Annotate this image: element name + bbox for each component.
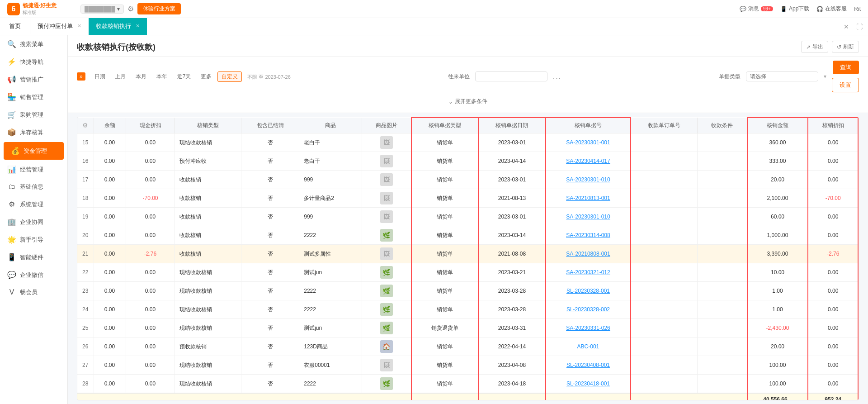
pill-this-year[interactable]: 本年: [152, 71, 171, 82]
cell-receipt-order-no: [631, 282, 698, 300]
app-badge: 标准版: [23, 10, 57, 16]
receipt-type-select[interactable]: 请选择: [746, 71, 818, 81]
cell-cash-discount: 0.00: [126, 226, 175, 245]
cell-goods-image: 🌿: [362, 263, 411, 282]
cell-balance: 0.00: [94, 319, 126, 337]
industry-btn[interactable]: 休验行业方案: [137, 3, 181, 14]
online-service-btn[interactable]: 🎧 在线客服: [816, 5, 847, 13]
cell-include-settled: 否: [241, 356, 299, 375]
cell-writeoff-no[interactable]: SL-20230408-001: [546, 356, 631, 375]
sidebar-item-quicknav[interactable]: ⚡ 快捷导航: [0, 53, 67, 71]
expand-more-btn[interactable]: ⌄ 展开更多条件: [448, 96, 487, 107]
user-name[interactable]: Rit: [854, 6, 861, 12]
sidebar-item-guide[interactable]: 🌟 新手引导: [0, 231, 67, 248]
cell-goods: 老白干: [299, 152, 362, 171]
chevron-down-icon: ⌄: [448, 99, 453, 105]
cell-writeoff-type: 现结收款核销: [175, 282, 241, 300]
sidebar-item-basic[interactable]: 🗂 基础信息: [0, 178, 67, 195]
cell-balance: 0.00: [94, 208, 126, 226]
cell-writeoff-no[interactable]: SL-20230328-001: [546, 282, 631, 300]
cell-writeoff-no[interactable]: SA-20230301-010: [546, 208, 631, 226]
prepay-close-icon[interactable]: ✕: [77, 23, 81, 29]
tab-prepay[interactable]: 预付冲应付单 ✕: [30, 18, 89, 35]
cell-writeoff-no[interactable]: SA-20230301-001: [546, 133, 631, 152]
pill-last-month[interactable]: 上月: [111, 71, 130, 82]
sidebar-item-inventory[interactable]: 📦 库存核算: [0, 124, 67, 141]
cell-cash-discount: 0.00: [126, 152, 175, 171]
inventory-icon: 📦: [7, 128, 16, 137]
th-settings[interactable]: ⚙: [77, 118, 94, 133]
column-settings-icon[interactable]: ⚙: [82, 122, 88, 129]
cell-writeoff-discount: 0.00: [808, 300, 858, 319]
th-writeoff-receipt-type: 核销单据类型: [411, 118, 478, 133]
sidebar-item-business[interactable]: 📊 经营管理: [0, 161, 67, 178]
refresh-btn[interactable]: ↺ 刷新: [832, 41, 859, 53]
sidebar-item-hardware[interactable]: 📱 智能硬件: [0, 248, 67, 266]
tab-close-all-icon[interactable]: ✕: [842, 23, 851, 30]
cell-writeoff-amount: -2,430.00: [747, 319, 808, 337]
tab-home[interactable]: 首页: [0, 18, 30, 35]
cell-writeoff-amount: 2,100.00: [747, 189, 808, 208]
sidebar-item-system[interactable]: ⚙ 系统管理: [0, 195, 67, 213]
refresh-icon: ↺: [837, 44, 841, 50]
sidebar-item-purchase[interactable]: 🛒 采购管理: [0, 106, 67, 124]
app-download-btn[interactable]: 📱 App下载: [780, 5, 809, 13]
query-btn[interactable]: 查询: [833, 61, 859, 74]
settings-btn[interactable]: 设置: [832, 78, 859, 92]
cell-writeoff-no[interactable]: SA-20210813-001: [546, 189, 631, 208]
cell-writeoff-no[interactable]: SA-20230301-010: [546, 171, 631, 189]
basic-icon: 🗂: [7, 183, 16, 191]
cell-writeoff-no[interactable]: SA-20230414-017: [546, 152, 631, 171]
filter-right-actions: 查询 设置: [832, 61, 859, 92]
cell-writeoff-type: 现结收款核销: [175, 300, 241, 319]
sidebar-basic-label: 基础信息: [20, 183, 43, 191]
system-icon: ⚙: [7, 200, 16, 209]
cell-writeoff-no[interactable]: SL-20230418-001: [546, 375, 631, 394]
footer-empty-5: [631, 393, 747, 400]
cell-goods-image: 🖼: [362, 171, 411, 189]
message-btn[interactable]: 💬 消息 99+: [740, 5, 773, 13]
export-btn[interactable]: ↗ 导出: [801, 41, 828, 53]
sidebar-item-corp[interactable]: 🏢 企业协同: [0, 213, 67, 231]
pill-custom[interactable]: 自定义: [217, 71, 242, 82]
export-icon: ↗: [806, 44, 811, 50]
sidebar-item-marketing[interactable]: 📢 营销推广: [0, 71, 67, 88]
cell-writeoff-no[interactable]: SL-20230328-002: [546, 300, 631, 319]
cell-goods-image: 🌿: [362, 300, 411, 319]
th-balance: 余额: [94, 118, 126, 133]
tab-spacer: [147, 18, 838, 35]
tab-controls: ✕ ⛶: [838, 18, 868, 35]
cell-writeoff-no[interactable]: SA-20230331-026: [546, 319, 631, 337]
table-row: 23 0.00 0.00 现结收款核销 否 2222 🌿 销货单 2023-03…: [77, 282, 858, 300]
cell-writeoff-date: 2023-03-01: [478, 133, 545, 152]
cell-writeoff-no[interactable]: SA-20210808-001: [546, 245, 631, 263]
logo-area: 6 畅捷通·好生意 标准版: [7, 2, 75, 16]
cell-writeoff-no[interactable]: SA-20230321-012: [546, 263, 631, 282]
cell-cash-discount: 0.00: [126, 300, 175, 319]
tab-collection[interactable]: 收款核销执行 ✕: [89, 18, 147, 35]
pill-last-7days[interactable]: 近7天: [173, 71, 195, 82]
cell-writeoff-no[interactable]: ABC-001: [546, 337, 631, 356]
th-cash-discount: 现金折扣: [126, 118, 175, 133]
sidebar-item-search[interactable]: 🔍 搜索菜单: [0, 35, 67, 53]
gear-icon[interactable]: ⚙: [127, 5, 134, 13]
tab-expand-icon[interactable]: ⛶: [854, 23, 864, 30]
pill-more[interactable]: 更多: [197, 71, 216, 82]
collection-close-icon[interactable]: ✕: [136, 23, 140, 29]
cell-receipt-order-no: [631, 356, 698, 375]
pill-this-month[interactable]: 本月: [132, 71, 151, 82]
from-unit-dots[interactable]: ...: [553, 72, 561, 81]
headset-icon: 🎧: [816, 6, 823, 12]
sidebar-item-finance[interactable]: 💰 资金管理: [4, 142, 64, 160]
cell-writeoff-no[interactable]: SA-20230314-008: [546, 226, 631, 245]
cell-include-settled: 否: [241, 152, 299, 171]
filter-collapse-btn[interactable]: »: [77, 72, 85, 81]
from-unit-input[interactable]: [475, 71, 547, 81]
sidebar-item-member[interactable]: V 畅会员: [0, 284, 67, 301]
company-selector[interactable]: ████████ ▾: [80, 5, 124, 14]
cell-receipt-cond: [698, 133, 747, 152]
marketing-icon: 📢: [7, 75, 16, 84]
sidebar-item-sales[interactable]: 🏪 销售管理: [0, 88, 67, 106]
cell-writeoff-date: 2023-04-18: [478, 375, 545, 394]
sidebar-item-wecom[interactable]: 💬 企业微信: [0, 266, 67, 284]
